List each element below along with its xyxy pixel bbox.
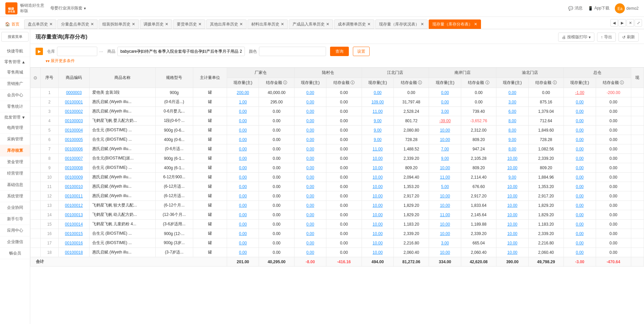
scroll-tabs: 🏠 首页 盘点单历史 ✕ 分量盘点单历史 ✕ 组装拆卸单历史 ✕ 调拨单历史 ✕… (0, 17, 608, 29)
industry-selector[interactable]: 母婴行业演示陈套 ▾ (50, 5, 86, 11)
sidebar-item-guide[interactable]: 新手引导 (0, 214, 30, 225)
row-name: 合生元 (BIOSTIME) ... (89, 126, 155, 135)
search-btn[interactable]: 查询 (330, 47, 349, 56)
row-spec: (3-7岁适... (155, 248, 193, 257)
sidebar-item-member[interactable]: 会员中心 (0, 90, 30, 101)
row-code: 00100011 (58, 191, 89, 201)
th-settings[interactable]: ⚙ (31, 68, 41, 88)
sidebar-item-retail-mall[interactable]: 零售商城 (0, 67, 30, 78)
sidebar-item-ops[interactable]: 经营管理 (0, 168, 30, 179)
sidebar-item-ecommerce[interactable]: 电商管理 (0, 122, 30, 134)
color-label: 颜色 (249, 49, 257, 54)
sidebar-item-marketing[interactable]: 营销推广 (0, 78, 30, 90)
tab-next-btn[interactable]: ▶ (619, 19, 626, 27)
tab-prev-btn[interactable]: ◀ (610, 19, 618, 27)
row-hillside-bal: 0.00 (326, 229, 362, 238)
tab-transfer[interactable]: 调拨单历史 ✕ (140, 19, 172, 29)
close-icon[interactable]: ✕ (326, 22, 329, 27)
warehouse-picker-btn[interactable]: ··· (99, 49, 103, 54)
tab-assembly[interactable]: 组装拆卸单历史 ✕ (99, 19, 139, 29)
row-hillside-curr: 0.00 (294, 191, 326, 201)
row-spec: 6-12月900... (155, 173, 193, 182)
chevron-up-icon: ▲ (21, 60, 25, 64)
logo-area: 畅捷 好生意 畅销造好生意 标版 母婴行业演示陈套 ▾ (5, 2, 86, 14)
refresh-btn[interactable]: ↺ 刷新 (619, 33, 639, 42)
close-icon[interactable]: ✕ (165, 22, 168, 27)
setting-btn[interactable]: 设置 (353, 47, 370, 56)
search-row: ▶ 仓库 ··· 商品 颜色 查询 设置 (36, 47, 639, 56)
print-btn[interactable]: 🖨 按模版打印 ▾ (558, 33, 594, 42)
user-menu[interactable]: Ea demo2 (615, 3, 639, 13)
row-code: 00100004 (58, 126, 89, 135)
warehouse-input[interactable] (57, 47, 97, 56)
expand-conditions-btn[interactable]: ▾▾ 展开更多条件 (46, 58, 639, 64)
row-total-bal: 0.00 (596, 97, 631, 107)
close-icon[interactable]: ✕ (474, 22, 477, 27)
row-factory-bal: 0.00 (259, 210, 294, 220)
sidebar-item-basic[interactable]: 基础信息 (0, 179, 30, 191)
row-code: 00100005 (58, 135, 89, 144)
gear-icon[interactable]: ⚙ (33, 75, 38, 81)
sidebar-item-quick-nav[interactable]: 快捷导航 (0, 46, 30, 57)
tab-requisition[interactable]: 要货单历史 ✕ (173, 19, 205, 29)
close-icon[interactable]: ✕ (239, 22, 243, 27)
export-btn[interactable]: ↑ 导出 (597, 33, 616, 42)
row-nanan-bal: 809.20 (461, 135, 496, 144)
sidebar-item-finance[interactable]: 资金管理 (0, 156, 30, 168)
tab-close-btn[interactable]: ✕ (627, 19, 634, 27)
product-input[interactable] (117, 47, 245, 56)
sidebar-item-app-center[interactable]: 应用中心 (0, 225, 30, 236)
th-unit: 主计量单位 (193, 68, 227, 88)
row-hillside-curr: 0.00 (294, 201, 326, 210)
sidebar-item-member2[interactable]: 畅会员 (0, 248, 30, 259)
app-download-btn[interactable]: 📱 App下载 (588, 5, 609, 11)
sidebar-item-stock[interactable]: 库存核算 (0, 145, 30, 156)
message-btn[interactable]: 💬 消息 (568, 5, 583, 11)
close-icon[interactable]: ✕ (49, 22, 53, 27)
row-total-curr: 0.00 (564, 144, 596, 154)
row-jiangbei-bal: 1,829.20 (394, 210, 429, 220)
tab-inventory-split[interactable]: 分量盘点单历史 ✕ (57, 19, 98, 29)
sidebar-item-enterprise[interactable]: 企业协同 (0, 202, 30, 214)
sidebar-item-weixin[interactable]: 企业微信 (0, 236, 30, 248)
tab-expand-btn[interactable]: ⤢ (635, 19, 642, 27)
sidebar-item-system[interactable]: 系统管理 (0, 191, 30, 202)
sidebar-item-wholesale[interactable]: 批发管理 ▼ (0, 112, 30, 122)
row-total-curr: 0.00 (564, 229, 596, 238)
search-single-btn[interactable]: 搜索英单 (1, 32, 29, 42)
close-icon[interactable]: ✕ (198, 22, 202, 27)
row-idx: 11 (41, 182, 59, 191)
row-jiangbei-bal: 2,216.80 (394, 238, 429, 248)
tab-stock-status[interactable]: 现存量（库存状况表） ✕ (375, 19, 428, 29)
tab-inventory-single[interactable]: 盘点单历史 ✕ (24, 19, 56, 29)
row-jiangbei-bal: 2,917.20 (394, 191, 429, 201)
row-factory-bal: 0.00 (259, 238, 294, 248)
tab-home[interactable]: 🏠 首页 (1, 19, 23, 29)
th-nanan: 南岸门店 (429, 68, 496, 78)
row-name: 爱他美 盒装3段 (89, 88, 155, 97)
summary-yubeimen-bal: 49,798.29 (528, 257, 564, 267)
color-input[interactable] (259, 47, 326, 56)
tab-other-out[interactable]: 其他出库单历史 ✕ (206, 19, 247, 29)
tab-finished-in[interactable]: 产成品入库单历史 ✕ (289, 19, 333, 29)
tab-material-out[interactable]: 材料出库单历史 ✕ (248, 19, 288, 29)
close-icon[interactable]: ✕ (132, 22, 135, 27)
collapse-btn[interactable]: ▶ (36, 48, 43, 55)
row-factory-bal: 0.00 (259, 107, 294, 116)
tab-stock-dist[interactable]: 现存量（库存分布表） ✕ (429, 19, 481, 29)
close-icon[interactable]: ✕ (367, 22, 371, 27)
sidebar-item-retail-stats[interactable]: 零售统计 (0, 101, 30, 112)
row-factory-curr: 0.00 (227, 107, 259, 116)
th-jiangbei-bal: 结存金额 ⓘ (394, 78, 429, 88)
row-yubeimen-curr: 8.00 (496, 116, 529, 126)
close-icon[interactable]: ✕ (421, 22, 424, 27)
sidebar-item-purchase[interactable]: 采购管理 (0, 134, 30, 145)
close-icon[interactable]: ✕ (281, 22, 284, 27)
row-code: 00100013 (58, 210, 89, 220)
row-total-bal: 0.00 (596, 220, 631, 229)
sidebar-item-retail-mgmt[interactable]: 零售管理 ▲ (0, 57, 30, 67)
row-idx: 7 (41, 144, 59, 154)
close-icon[interactable]: ✕ (91, 22, 94, 27)
tab-cost-adjust[interactable]: 成本调整单历史 ✕ (334, 19, 374, 29)
row-unit: 罐 (193, 88, 227, 97)
